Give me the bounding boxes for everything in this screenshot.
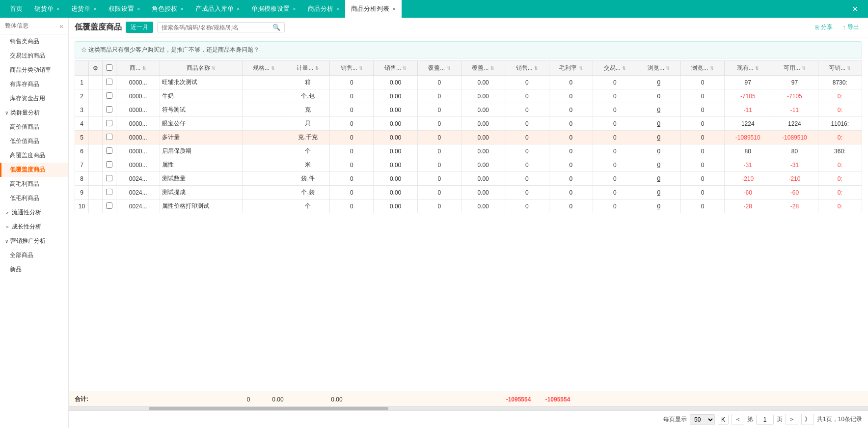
nav-close-icon[interactable]: × bbox=[336, 6, 339, 12]
row-view1[interactable]: 0 bbox=[637, 158, 680, 172]
row-view1[interactable]: 0 bbox=[637, 186, 680, 200]
next-page-button[interactable]: ＞ bbox=[786, 414, 798, 425]
nav-item-进货单[interactable]: 进货单× bbox=[65, 0, 102, 18]
row-name[interactable]: 眼宝公仔 bbox=[160, 117, 242, 131]
nav-close-icon[interactable]: × bbox=[392, 6, 395, 12]
sidebar-item-高毛利商品[interactable]: 高毛利商品 bbox=[0, 177, 68, 191]
row-name[interactable]: 测试数量 bbox=[160, 172, 242, 186]
sidebar-item-高覆盖度商品[interactable]: 高覆盖度商品 bbox=[0, 148, 68, 163]
col-header-available[interactable]: 可用... ⇅ bbox=[771, 61, 818, 76]
row-name[interactable]: 属性价格打印测试 bbox=[160, 200, 242, 213]
period-button[interactable]: 近一月 bbox=[126, 22, 153, 33]
col-header-view1[interactable]: 浏览... ⇅ bbox=[637, 61, 680, 76]
row-view1[interactable]: 0 bbox=[637, 144, 680, 158]
table-wrapper[interactable]: ⚙商... ⇅商品名称 ⇅规格... ⇅计量... ⇅销售... ⇅销售... … bbox=[69, 60, 868, 392]
col-header-name[interactable]: 商品名称 ⇅ bbox=[160, 61, 242, 76]
sidebar-section-成长性分析[interactable]: ＞成长性分析 bbox=[0, 220, 68, 234]
sidebar-item-低价值商品[interactable]: 低价值商品 bbox=[0, 134, 68, 148]
col-header-spec[interactable]: 规格... ⇅ bbox=[242, 61, 286, 76]
global-close-button[interactable]: ✕ bbox=[846, 4, 864, 14]
nav-close-icon[interactable]: × bbox=[293, 6, 296, 12]
sidebar-item-商品分类动销率[interactable]: 商品分类动销率 bbox=[0, 63, 68, 77]
sidebar-item-库存资金占用[interactable]: 库存资金占用 bbox=[0, 91, 68, 106]
row-name[interactable]: 多计量 bbox=[160, 131, 242, 144]
col-header-coverage2[interactable]: 覆盖... ⇅ bbox=[461, 61, 505, 76]
col-header-saleable[interactable]: 可销... ⇅ bbox=[818, 61, 862, 76]
nav-item-单据模板设置[interactable]: 单据模板设置× bbox=[245, 0, 301, 18]
row-view1[interactable]: 0 bbox=[637, 200, 680, 213]
sidebar-collapse-button[interactable]: « bbox=[59, 22, 63, 30]
nav-item-商品分析[interactable]: 商品分析× bbox=[302, 0, 345, 18]
sidebar-item-高价值商品[interactable]: 高价值商品 bbox=[0, 120, 68, 134]
nav-close-icon[interactable]: × bbox=[93, 6, 96, 12]
row-view1[interactable]: 0 bbox=[637, 131, 680, 144]
col-header-code[interactable]: 商... ⇅ bbox=[116, 61, 160, 76]
nav-close-icon[interactable]: × bbox=[137, 6, 140, 12]
sidebar-item-低毛利商品[interactable]: 低毛利商品 bbox=[0, 191, 68, 205]
select-all-checkbox[interactable] bbox=[106, 64, 112, 71]
row-name[interactable]: 牛奶 bbox=[160, 89, 242, 103]
sidebar-item-交易过的商品[interactable]: 交易过的商品 bbox=[0, 49, 68, 63]
row-view1[interactable]: 0 bbox=[637, 117, 680, 131]
col-header-margin[interactable]: 毛利率 ⇅ bbox=[549, 61, 593, 76]
sidebar-section-流通性分析[interactable]: ＞流通性分析 bbox=[0, 205, 68, 220]
first-page-button[interactable]: K bbox=[718, 415, 729, 425]
row-checkbox[interactable] bbox=[106, 147, 112, 154]
nav-close-icon[interactable]: × bbox=[237, 6, 240, 12]
col-header-trade[interactable]: 交易... ⇅ bbox=[593, 61, 637, 76]
row-name[interactable]: 启用保质期 bbox=[160, 144, 242, 158]
last-page-button[interactable]: 》 bbox=[801, 414, 814, 425]
row-view1[interactable]: 0 bbox=[637, 89, 680, 103]
row-checkbox[interactable] bbox=[106, 189, 112, 195]
col-header-sales_amt[interactable]: 销售... ⇅ bbox=[374, 61, 417, 76]
row-name[interactable]: 旺辅批次测试 bbox=[160, 76, 242, 89]
sidebar-item-有库存商品[interactable]: 有库存商品 bbox=[0, 77, 68, 91]
row-sales-amt: 0.00 bbox=[374, 89, 417, 103]
row-checkbox[interactable] bbox=[106, 134, 112, 140]
nav-close-icon[interactable]: × bbox=[180, 6, 183, 12]
col-header-checkbox[interactable] bbox=[103, 61, 116, 76]
nav-item-销货单[interactable]: 销货单× bbox=[28, 0, 65, 18]
row-name[interactable]: 符号测试 bbox=[160, 103, 242, 117]
row-current: 1224 bbox=[725, 117, 771, 131]
nav-item-首页[interactable]: 首页 bbox=[4, 0, 28, 18]
row-view1[interactable]: 0 bbox=[637, 103, 680, 117]
col-header-settings[interactable]: ⚙ bbox=[89, 61, 103, 76]
sidebar-section-类群量分析[interactable]: ∨类群量分析 bbox=[0, 106, 68, 120]
row-name[interactable]: 测试提成 bbox=[160, 186, 242, 200]
sidebar-item-全部商品[interactable]: 全部商品 bbox=[0, 248, 68, 262]
share-button[interactable]: ⎘ 分享 bbox=[813, 22, 836, 33]
page-size-select[interactable]: 50 20 100 bbox=[690, 414, 715, 425]
search-input[interactable] bbox=[162, 24, 272, 31]
sidebar-item-销售类商品[interactable]: 销售类商品 bbox=[0, 34, 68, 49]
col-header-view2[interactable]: 浏览... ⇅ bbox=[680, 61, 724, 76]
row-checkbox[interactable] bbox=[106, 175, 112, 181]
row-view1[interactable]: 0 bbox=[637, 76, 680, 89]
nav-item-权限设置[interactable]: 权限设置× bbox=[103, 0, 146, 18]
col-header-sales3[interactable]: 销售... ⇅ bbox=[505, 61, 549, 76]
col-header-unit[interactable]: 计量... ⇅ bbox=[286, 61, 329, 76]
sidebar-item-新品[interactable]: 新品 bbox=[0, 262, 68, 277]
row-checkbox[interactable] bbox=[106, 79, 112, 85]
row-name[interactable]: 属性 bbox=[160, 158, 242, 172]
nav-item-角色授权[interactable]: 角色授权× bbox=[146, 0, 189, 18]
row-sales-amt: 0.00 bbox=[374, 131, 417, 144]
row-checkbox[interactable] bbox=[106, 92, 112, 99]
row-checkbox[interactable] bbox=[106, 106, 112, 113]
prev-page-button[interactable]: ＜ bbox=[732, 414, 744, 425]
row-checkbox[interactable] bbox=[106, 161, 112, 168]
row-checkbox[interactable] bbox=[106, 202, 112, 209]
nav-item-产成品入库单[interactable]: 产成品入库单× bbox=[190, 0, 245, 18]
sidebar-section-营销推广分析[interactable]: ∨营销推广分析 bbox=[0, 234, 68, 248]
col-header-sales_qty[interactable]: 销售... ⇅ bbox=[330, 61, 374, 76]
nav-item-商品分析列表[interactable]: 商品分析列表× bbox=[345, 0, 401, 18]
col-header-coverage1[interactable]: 覆盖... ⇅ bbox=[417, 61, 461, 76]
row-view1[interactable]: 0 bbox=[637, 172, 680, 186]
col-header-current[interactable]: 现有... ⇅ bbox=[725, 61, 771, 76]
export-button[interactable]: ↑ 导出 bbox=[840, 22, 862, 33]
page-number-input[interactable] bbox=[756, 415, 774, 425]
row-checkbox[interactable] bbox=[106, 120, 112, 126]
sidebar-item-低覆盖度商品[interactable]: 低覆盖度商品 bbox=[0, 163, 68, 177]
nav-close-icon[interactable]: × bbox=[56, 6, 59, 12]
row-cov1: 0 bbox=[417, 103, 461, 117]
